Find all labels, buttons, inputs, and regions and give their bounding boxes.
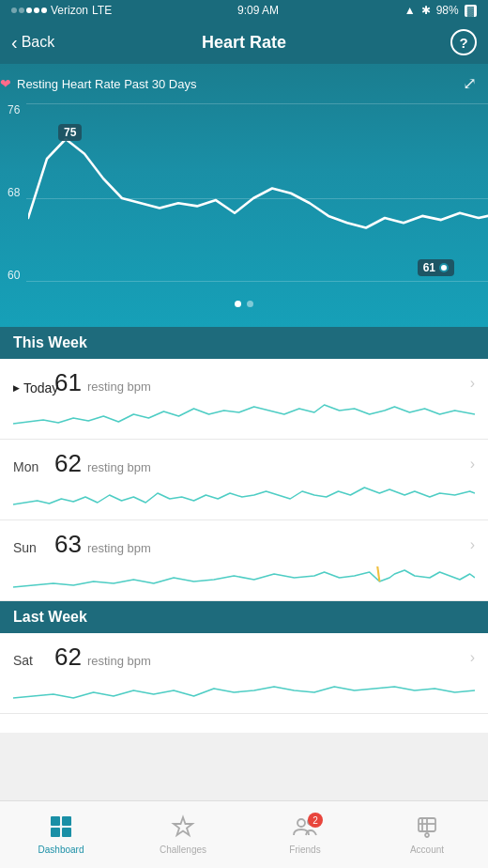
carrier-label: Verizon	[51, 4, 88, 17]
svg-rect-2	[62, 816, 71, 826]
signal-dot-5	[41, 8, 47, 13]
star-icon	[171, 814, 195, 839]
today-chevron-icon: ›	[470, 375, 475, 392]
dashboard-tab-label: Dashboard	[38, 845, 84, 855]
this-week-label: This Week	[13, 334, 87, 351]
scroll-content[interactable]: ❤ Resting Heart Rate Past 30 Days ⤢ 76 6…	[0, 64, 488, 800]
svg-rect-1	[51, 816, 60, 826]
tab-friends[interactable]: 2 Friends	[244, 801, 366, 868]
scroll-padding	[0, 714, 488, 733]
friends-tab-label: Friends	[289, 845, 320, 855]
svg-marker-5	[174, 817, 192, 835]
nav-bar: ‹ Back Heart Rate ?	[0, 21, 488, 64]
sat-bpm-label: resting bpm	[87, 654, 151, 668]
today-label: ▶ Today	[13, 380, 54, 395]
current-value: 61	[423, 261, 435, 274]
sun-bpm: 63	[54, 530, 82, 559]
status-bar: Verizon LTE 9:09 AM ▲ ✱ 98% ▓	[0, 0, 488, 21]
help-button[interactable]: ?	[450, 29, 477, 55]
mon-chevron-icon: ›	[470, 456, 475, 473]
today-mini-chart	[13, 397, 475, 431]
last-week-header: Last Week	[0, 601, 488, 633]
this-week-header: This Week	[0, 327, 488, 359]
dashboard-icon-wrap	[49, 814, 73, 843]
account-tab-label: Account	[410, 845, 444, 855]
network-label: LTE	[92, 4, 112, 17]
tab-dashboard[interactable]: Dashboard	[0, 801, 122, 868]
last-week-label: Last Week	[13, 609, 87, 626]
signal-dot-4	[34, 8, 39, 13]
signal-dot-3	[26, 8, 32, 13]
mon-row[interactable]: Mon 62 resting bpm ›	[0, 440, 488, 520]
challenges-tab-label: Challenges	[160, 845, 206, 855]
help-icon: ?	[459, 35, 467, 51]
svg-rect-3	[51, 828, 60, 837]
chart-area: ❤ Resting Heart Rate Past 30 Days ⤢ 76 6…	[0, 64, 488, 327]
chart-legend-label: Resting Heart Rate Past 30 Days	[17, 77, 196, 91]
page-dot-1[interactable]	[235, 301, 241, 307]
friends-icon-wrap: 2	[291, 814, 319, 843]
sun-label: Sun	[13, 540, 54, 555]
tab-bar: Dashboard Challenges 2 Friends	[0, 800, 488, 868]
location-icon: ▲	[404, 4, 416, 17]
today-bpm-label: resting bpm	[87, 380, 151, 394]
chart-legend: ❤ Resting Heart Rate Past 30 Days ⤢	[0, 64, 488, 100]
back-chevron-icon: ‹	[11, 32, 18, 54]
play-icon: ▶	[13, 383, 20, 393]
tab-challenges[interactable]: Challenges	[122, 801, 244, 868]
back-label: Back	[22, 34, 55, 51]
account-icon-wrap	[415, 814, 439, 843]
y-axis-max: 76	[8, 103, 20, 116]
person-icon	[415, 814, 439, 839]
current-tooltip: 61	[418, 259, 454, 276]
sun-bpm-label: resting bpm	[87, 541, 151, 555]
chart-canvas: 76 68 60 75 61	[0, 100, 488, 297]
sat-mini-chart	[13, 672, 475, 705]
sun-chevron-icon: ›	[470, 536, 475, 553]
heart-icon: ❤	[0, 76, 11, 91]
svg-point-6	[297, 819, 305, 827]
expand-icon[interactable]: ⤢	[463, 73, 477, 94]
mon-label: Mon	[13, 459, 54, 474]
page-dots	[0, 297, 488, 313]
sat-row[interactable]: Sat 62 resting bpm ›	[0, 633, 488, 714]
challenges-icon-wrap	[171, 814, 195, 843]
signal-dot-1	[11, 8, 17, 13]
signal-dot-2	[19, 8, 24, 13]
grid-icon	[49, 814, 73, 839]
peak-value: 75	[64, 126, 76, 139]
bluetooth-icon: ✱	[421, 4, 431, 17]
signal-dots	[11, 8, 47, 13]
mon-bpm-label: resting bpm	[87, 460, 151, 474]
sat-chevron-icon: ›	[470, 649, 475, 666]
svg-point-12	[425, 833, 429, 837]
friends-badge: 2	[308, 813, 323, 828]
y-axis-min: 60	[8, 269, 20, 282]
page-title: Heart Rate	[202, 33, 286, 53]
sun-mini-chart	[13, 559, 475, 593]
current-dot	[439, 263, 449, 272]
sat-label: Sat	[13, 653, 54, 668]
battery-icon: ▓	[465, 5, 477, 17]
battery-label: 98%	[436, 4, 459, 17]
page-dot-2[interactable]	[247, 301, 253, 307]
status-left: Verizon LTE	[11, 4, 112, 17]
tab-account[interactable]: Account	[366, 801, 488, 868]
chart-line	[28, 139, 488, 228]
back-button[interactable]: ‹ Back	[11, 32, 54, 54]
today-bpm: 61	[54, 368, 82, 397]
status-time: 9:09 AM	[237, 4, 279, 17]
mon-mini-chart	[13, 478, 475, 512]
sat-bpm: 62	[54, 643, 82, 672]
y-axis-mid: 68	[8, 186, 20, 199]
status-right: ▲ ✱ 98% ▓	[404, 4, 477, 17]
mon-bpm: 62	[54, 449, 82, 478]
sun-row[interactable]: Sun 63 resting bpm ›	[0, 520, 488, 601]
svg-rect-4	[62, 828, 71, 837]
y-axis-labels: 76 68 60	[8, 100, 20, 297]
peak-tooltip: 75	[58, 124, 82, 141]
today-row[interactable]: ▶ Today 61 resting bpm ›	[0, 359, 488, 440]
